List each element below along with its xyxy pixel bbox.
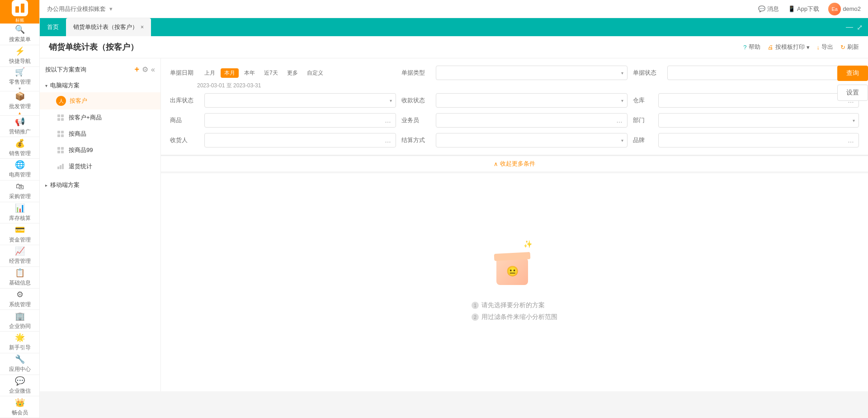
- export-button[interactable]: ↓ 导出: [817, 43, 834, 51]
- scheme-panel-title: 按以下方案查询: [45, 66, 86, 74]
- empty-state: 😐 ✨ 1 请先选择要分析的方案: [161, 173, 868, 391]
- receiver-dots: …: [385, 137, 392, 144]
- wholesale-icon: 📦: [15, 91, 25, 101]
- enterprise-icon: 🏢: [15, 311, 25, 321]
- help-label: 帮助: [749, 43, 760, 51]
- sidebar-item-finance[interactable]: 💳 资金管理: [0, 223, 40, 245]
- message-button[interactable]: 💬 消息: [758, 5, 779, 13]
- date-tab-lastmonth[interactable]: 上月: [201, 68, 219, 78]
- svg-rect-6: [57, 131, 60, 133]
- scheme-item-goods[interactable]: 按商品: [40, 126, 160, 142]
- date-tab-7days[interactable]: 近7天: [260, 68, 282, 78]
- sidebar-item-wholesale[interactable]: 📦 批发管理 ▴: [0, 91, 40, 116]
- collapse-bar[interactable]: ∧ 收起更多条件: [161, 156, 868, 171]
- order-type-input[interactable]: ▾: [436, 66, 627, 80]
- svg-rect-4: [57, 118, 60, 121]
- sidebar-item-label: 应用中心: [9, 366, 31, 373]
- collapse-label: 收起更多条件: [500, 160, 535, 168]
- help-button[interactable]: ? 帮助: [743, 43, 760, 51]
- top-header: 办公用品行业模拟账套 ▾ 💬 消息 📱 App下载 Ea demo2: [40, 0, 868, 18]
- sidebar-item-basic[interactable]: 📋 基础信息: [0, 267, 40, 289]
- department-arrow: ▾: [853, 118, 855, 123]
- brand-dots: …: [848, 137, 855, 144]
- print-button[interactable]: 🖨 按模板打印 ▾: [768, 43, 810, 51]
- empty-illustration: 😐 ✨: [487, 240, 542, 294]
- date-label: 单据日期: [170, 69, 197, 77]
- user-profile[interactable]: Ea demo2: [828, 3, 861, 15]
- salesperson-input[interactable]: …: [436, 113, 627, 128]
- svg-rect-11: [61, 147, 64, 150]
- warehouse-input[interactable]: …: [658, 93, 859, 108]
- tab-close-icon[interactable]: ×: [141, 24, 144, 30]
- empty-hints: 1 请先选择要分析的方案 2 用过滤条件来缩小分析范围: [472, 301, 557, 325]
- brand-input[interactable]: …: [658, 133, 859, 147]
- message-icon: 💬: [758, 5, 765, 12]
- scheme-item-returns[interactable]: 退货统计: [40, 158, 160, 175]
- sidebar-item-ecommerce[interactable]: 🌐 电商管理: [0, 159, 40, 180]
- query-button[interactable]: 查询: [837, 66, 868, 81]
- sidebar-item-label: 批发管理: [9, 103, 31, 110]
- settlement-input[interactable]: ▾: [436, 133, 627, 147]
- delivery-input[interactable]: ▾: [204, 93, 396, 108]
- scheme-add-icon[interactable]: +: [135, 65, 140, 74]
- sidebar-item-retail[interactable]: 🛒 零售管理 ▾: [0, 67, 40, 91]
- sidebar-item-enterprise[interactable]: 🏢 企业协同: [0, 310, 40, 332]
- setting-button[interactable]: 设置: [837, 85, 868, 101]
- chevron-up-icon: ▴: [19, 110, 21, 115]
- scheme-group-mobile-header[interactable]: ▸ 移动端方案: [40, 178, 160, 192]
- scheme-item-goods99[interactable]: 按商品99: [40, 142, 160, 158]
- date-tab-thisyear[interactable]: 本年: [241, 68, 259, 78]
- tab-report[interactable]: 销货单统计表（按客户） ×: [66, 18, 151, 36]
- refresh-button[interactable]: ↻ 刷新: [840, 43, 859, 51]
- sidebar-item-label: 企业微信: [9, 387, 31, 395]
- order-status-input[interactable]: ▾: [667, 66, 859, 80]
- date-tab-more[interactable]: 更多: [283, 68, 302, 78]
- delivery-field: 出库状态 ▾: [170, 93, 396, 108]
- sidebar-item-label: 畅会员: [12, 409, 28, 417]
- hint-text-1: 请先选择要分析的方案: [481, 301, 545, 309]
- sidebar-item-label: 企业协同: [9, 323, 31, 330]
- basic-icon: 📋: [15, 268, 25, 278]
- payment-input[interactable]: ▾: [436, 93, 627, 108]
- sidebar-item-quicknav[interactable]: ⚡ 快捷导航: [0, 45, 40, 67]
- sidebar-item-guide[interactable]: 🌟 新手引导: [0, 332, 40, 353]
- industry-dropdown-icon[interactable]: ▾: [109, 5, 113, 12]
- sidebar-item-system[interactable]: ⚙ 系统管理: [0, 289, 40, 310]
- sidebar-item-label: 经营管理: [9, 257, 31, 265]
- report-tab-label: 销货单统计表（按客户）: [73, 23, 138, 31]
- sidebar-item-wechat[interactable]: 💬 企业微信: [0, 375, 40, 397]
- sidebar-item-member[interactable]: 👑 畅会员: [0, 396, 40, 418]
- sidebar-item-operations[interactable]: 📈 经营管理: [0, 245, 40, 267]
- scheme-group-pc-header[interactable]: ▾ 电脑端方案: [40, 79, 160, 92]
- app-download-icon: 📱: [788, 5, 795, 12]
- svg-rect-8: [57, 134, 60, 137]
- scheme-collapse-icon[interactable]: «: [151, 66, 155, 74]
- svg-rect-16: [62, 164, 64, 169]
- goods-input[interactable]: …: [204, 113, 396, 128]
- app-download-button[interactable]: 📱 App下载: [788, 5, 819, 13]
- customer-goods-icon: [56, 113, 65, 122]
- sidebar-item-inventory[interactable]: 📊 库存核算: [0, 202, 40, 224]
- department-field: 部门 ▾: [633, 113, 859, 128]
- sidebar-item-marketing[interactable]: 📢 营销推广: [0, 116, 40, 138]
- filter-form: 单据日期 上月 本月 本年 近7天 更多 自定义: [161, 58, 868, 156]
- receiver-input[interactable]: …: [204, 133, 396, 147]
- sidebar-item-search[interactable]: 🔍 搜索菜单: [0, 24, 40, 45]
- warehouse-label: 仓库: [633, 96, 651, 104]
- scheme-settings-icon[interactable]: ⚙: [142, 65, 148, 74]
- appcenter-icon: 🔧: [15, 354, 25, 364]
- goods99-icon: [56, 146, 65, 155]
- quicknav-icon: ⚡: [15, 46, 25, 56]
- scheme-item-customer-goods[interactable]: 按客户+商品: [40, 109, 160, 126]
- salesperson-field: 业务员 …: [401, 113, 627, 128]
- date-tab-custom[interactable]: 自定义: [303, 68, 327, 78]
- scheme-item-customer[interactable]: 人 按客户: [40, 92, 160, 109]
- sidebar-item-purchase[interactable]: 🛍 采购管理: [0, 180, 40, 202]
- date-tab-thismonth[interactable]: 本月: [221, 68, 239, 78]
- sidebar-item-sales[interactable]: 💰 销售管理: [0, 137, 40, 159]
- tab-minimize-icon[interactable]: —: [846, 23, 853, 31]
- department-input[interactable]: ▾: [658, 113, 859, 128]
- tab-maximize-icon[interactable]: ⤢: [857, 23, 863, 32]
- sidebar-item-appcenter[interactable]: 🔧 应用中心: [0, 353, 40, 375]
- tab-home[interactable]: 首页: [40, 18, 66, 36]
